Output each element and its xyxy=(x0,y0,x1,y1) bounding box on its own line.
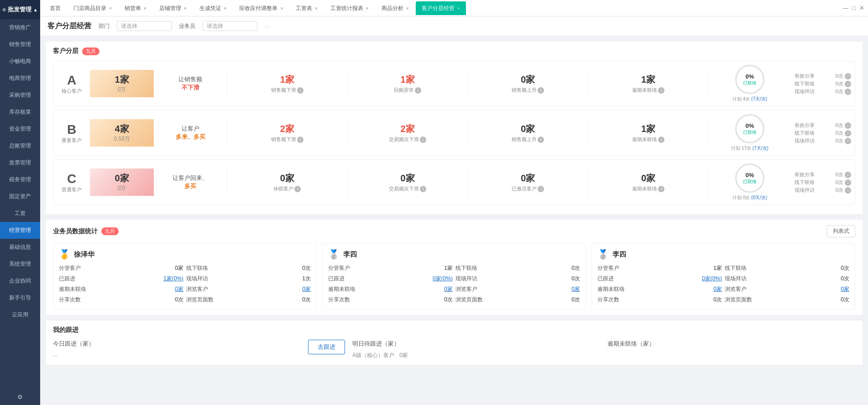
goto-follow-button[interactable]: 去跟进 xyxy=(308,340,345,354)
tier-stat-label: 逾期未联络 i xyxy=(632,87,664,94)
staff-stat-val: 0次 xyxy=(571,275,580,283)
tab-close-工资统计报表[interactable]: × xyxy=(366,6,369,11)
staff-filter-select[interactable]: 请选择 xyxy=(203,21,257,31)
info-icon[interactable]: i xyxy=(658,87,664,94)
sidebar-item-企业协同[interactable]: 企业协同 xyxy=(0,273,40,289)
sidebar-item-发票管理[interactable]: 发票管理 xyxy=(0,154,40,171)
info-icon[interactable]: i xyxy=(538,186,544,192)
sidebar-expand-icon[interactable]: ▲ xyxy=(33,7,38,12)
info-icon[interactable]: i xyxy=(420,186,426,192)
staff-stat-已跟进: 已跟进 0家(0%) xyxy=(328,275,453,283)
info-icon[interactable]: i xyxy=(297,137,303,143)
staff-stat-val: 0次 xyxy=(571,296,580,304)
info-icon-rs[interactable]: i xyxy=(845,138,851,144)
tab-close-生成凭证[interactable]: × xyxy=(224,6,227,11)
sidebar-item-基础信息[interactable]: 基础信息 xyxy=(0,239,40,256)
sidebar-item-系统管理[interactable]: 系统管理 xyxy=(0,256,40,273)
tab-销货单[interactable]: 销货单× xyxy=(119,1,152,15)
filter-more-dots[interactable]: ··· xyxy=(265,23,270,30)
tab-close-应收应付调整单[interactable]: × xyxy=(280,6,283,11)
tier-stat-C-交易频次下滑: 0家 交易频次下滑 i xyxy=(348,168,468,196)
tab-close-店铺管理[interactable]: × xyxy=(184,6,187,11)
sidebar-item-库存核算[interactable]: 库存核算 xyxy=(0,104,40,121)
sidebar-item-小畅电商[interactable]: 小畅电商 xyxy=(0,53,40,70)
info-icon[interactable]: i xyxy=(415,87,421,94)
info-icon-rs[interactable]: i xyxy=(845,179,851,186)
sidebar-item-营销推广[interactable]: 营销推广 xyxy=(0,19,40,36)
staff-stat-浏览页面数: 浏览页面数 0次 xyxy=(455,296,580,304)
sidebar-item-采购管理[interactable]: 采购管理 xyxy=(0,87,40,104)
tab-close-销货单[interactable]: × xyxy=(144,6,146,11)
info-icon-rs[interactable]: i xyxy=(845,187,851,194)
info-icon[interactable]: i xyxy=(297,87,303,94)
sidebar-header: ≡ 批发管理 ▲ xyxy=(0,0,40,19)
tab-首页[interactable]: 首页 xyxy=(44,1,67,15)
sidebar-item-新手引导[interactable]: 新手引导 xyxy=(0,289,40,306)
info-icon-rs[interactable]: i xyxy=(845,122,851,129)
tab-close-客户分层经营[interactable]: × xyxy=(457,6,460,11)
staff-stat-val[interactable]: 0家 xyxy=(713,285,722,293)
tab-客户分层经营[interactable]: 客户分层经营× xyxy=(416,1,466,15)
info-icon[interactable]: i xyxy=(538,87,544,94)
staff-stat-val[interactable]: 0家 xyxy=(302,285,311,293)
sidebar-item-销售管理[interactable]: 销售管理 xyxy=(0,36,40,53)
info-icon[interactable]: i xyxy=(294,186,301,192)
sidebar-item-云应用[interactable]: 云应用 xyxy=(0,306,40,323)
tab-工资统计报表[interactable]: 工资统计报表× xyxy=(324,1,375,15)
contact-circle: 0% 已联络 xyxy=(735,65,764,94)
staff-stat-val[interactable]: 0家(0%) xyxy=(702,275,722,283)
info-icon-rs[interactable]: i xyxy=(845,73,851,79)
tab-生成凭证[interactable]: 生成凭证× xyxy=(193,1,233,15)
tab-close-工资表[interactable]: × xyxy=(315,6,318,11)
staff-stat-val[interactable]: 1家(0%) xyxy=(163,275,183,283)
sidebar-item-工资[interactable]: 工资 xyxy=(0,205,40,222)
tab-店铺管理[interactable]: 店铺管理× xyxy=(153,1,193,15)
staff-stat-val: 0次 xyxy=(175,296,183,304)
tab-close-门店商品目录[interactable]: × xyxy=(109,6,112,11)
staff-stat-val[interactable]: 0家 xyxy=(571,285,580,293)
info-icon-rs[interactable]: i xyxy=(845,89,851,95)
sidebar-item-资金管理[interactable]: 资金管理 xyxy=(0,121,40,137)
staff-section: 业务员数据统计 九月 列表式 🥇 徐泽华 分管客户 0家 线下联络 0次 xyxy=(46,220,863,315)
tab-close-商品分析[interactable]: × xyxy=(406,6,409,11)
info-icon-rs[interactable]: i xyxy=(845,130,851,137)
tab-工资表[interactable]: 工资表× xyxy=(290,1,324,15)
info-icon[interactable]: i xyxy=(420,137,426,143)
sidebar-item-经营管理[interactable]: 经营管理 xyxy=(0,222,40,239)
staff-stat-val[interactable]: 0家 xyxy=(444,285,453,293)
sidebar-gear-item[interactable]: ⚙ xyxy=(0,389,40,405)
staff-stat-val[interactable]: 0家 xyxy=(175,285,183,293)
tier-contact-C: 0% 已联络 计划 0次 (0天/次) xyxy=(709,160,791,205)
staff-card-0: 🥇 徐泽华 分管客户 0家 线下联络 0次 已跟进 1家(0%) 现场拜访 1次 xyxy=(53,243,317,310)
staff-stat-val: 0次 xyxy=(302,296,311,304)
sidebar-item-电商管理[interactable]: 电商管理 xyxy=(0,70,40,87)
staff-stat-val[interactable]: 0家(0%) xyxy=(433,275,453,283)
staff-stat-浏览页面数: 浏览页面数 0次 xyxy=(725,296,849,304)
tier-stat-num: 0家 xyxy=(521,123,535,135)
tab-action-box[interactable]: □ xyxy=(852,5,856,11)
tab-action-close[interactable]: ✕ xyxy=(859,5,864,11)
info-icon[interactable]: i xyxy=(658,186,664,192)
contact-plan: 计划 0次 (0天/次) xyxy=(732,195,767,201)
info-icon-rs[interactable]: i xyxy=(845,172,851,178)
info-icon-rs[interactable]: i xyxy=(845,81,851,87)
info-icon[interactable]: i xyxy=(658,137,664,143)
sidebar-item-固定资产[interactable]: 固定资产 xyxy=(0,188,40,205)
staff-header-0: 🥇 徐泽华 xyxy=(59,249,311,260)
list-view-button[interactable]: 列表式 xyxy=(827,225,855,237)
staff-stat-逾期未联络: 逾期未联络 0家 xyxy=(59,285,183,293)
staff-stat-分管客户: 分管客户 1家 xyxy=(328,264,453,272)
sidebar-item-总账管理[interactable]: 总账管理 xyxy=(0,137,40,154)
staff-stats-grid-1: 分管客户 1家 线下联络 0次 已跟进 0家(0%) 现场拜访 0次 逾期未联络… xyxy=(328,264,580,304)
tab-action-minus[interactable]: — xyxy=(842,5,848,11)
today-follow-label: 今日跟进（家） xyxy=(53,340,301,348)
tab-应收应付调整单[interactable]: 应收应付调整单× xyxy=(233,1,289,15)
sidebar-item-税务管理[interactable]: 税务管理 xyxy=(0,171,40,188)
dept-filter-select[interactable]: 请选择 xyxy=(117,21,172,31)
tab-商品分析[interactable]: 商品分析× xyxy=(376,1,415,15)
info-icon[interactable]: i xyxy=(538,137,544,143)
tomorrow-follow-col: 明日待跟进（家） A级（核心）客户 0家 xyxy=(352,340,600,359)
staff-stat-val[interactable]: 0家 xyxy=(841,285,849,293)
sidebar: ≡ 批发管理 ▲ 营销推广销售管理小畅电商电商管理采购管理库存核算资金管理总账管… xyxy=(0,0,40,405)
tab-门店商品目录[interactable]: 门店商品目录× xyxy=(68,1,118,15)
